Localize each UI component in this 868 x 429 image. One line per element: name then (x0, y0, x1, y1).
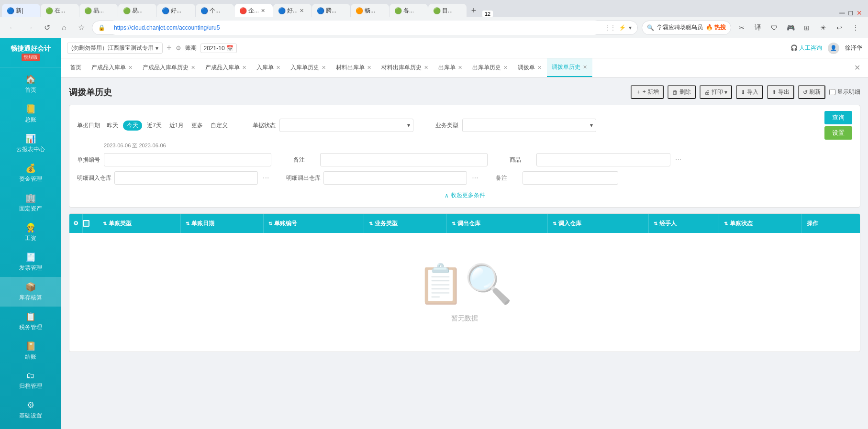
browser-tab-9[interactable]: 🔵 腾... (312, 4, 350, 17)
new-btn[interactable]: ＋ + 新增 (631, 85, 664, 99)
forward-btn[interactable]: → (23, 21, 36, 34)
th-bill-type[interactable]: ⇅ 单账类型 (98, 214, 181, 233)
page-tab-product-in2[interactable]: 产成品入库单 ✕ (200, 58, 252, 77)
maximize-btn[interactable]: □ (849, 9, 853, 17)
minimize-btn[interactable]: ─ (839, 9, 845, 17)
page-tab-transfer[interactable]: 调拨单 ✕ (513, 58, 547, 77)
close-btn[interactable]: ✕ (857, 9, 862, 17)
tab-close-stock-in[interactable]: ✕ (276, 65, 280, 71)
browser-tab-6[interactable]: 🔵 个... (196, 4, 234, 17)
tab-close-transfer[interactable]: ✕ (537, 65, 542, 71)
search-bar[interactable]: 🔍 学霸应聘场驱鸟员 🔥 热搜 (642, 21, 731, 35)
goods-more-icon[interactable]: ··· (675, 155, 681, 164)
tabs-close-all-btn[interactable]: ✕ (850, 63, 864, 72)
sidebar-item-invoice[interactable]: 🧾 发票管理 (0, 247, 61, 277)
import-btn[interactable]: ⬇ 导入 (736, 85, 763, 99)
browser-tab-5[interactable]: 🔵 好... (157, 4, 195, 17)
date-btn-yesterday[interactable]: 昨天 (104, 121, 121, 131)
dropdown-arrow[interactable]: ▾ (629, 24, 632, 31)
translate-icon[interactable]: 译 (751, 21, 765, 34)
goods-input[interactable] (536, 153, 670, 166)
delete-btn[interactable]: 🗑 删除 (668, 85, 696, 99)
browser-tab-1[interactable]: 🔵 新| (2, 4, 40, 17)
page-tab-stock-in-hist[interactable]: 入库单历史 ✕ (286, 58, 331, 77)
page-tab-product-in-hist[interactable]: 产成品入库单历史 ✕ (138, 58, 200, 77)
address-input[interactable] (108, 21, 601, 35)
grid-icon[interactable]: ⊞ (800, 21, 813, 34)
sidebar-item-ledger[interactable]: 📒 总账 (0, 99, 61, 129)
select-all-checkbox[interactable] (83, 220, 89, 227)
print-btn[interactable]: 🖨 打印 ▾ (700, 85, 732, 99)
date-btn-7days[interactable]: 近7天 (144, 121, 165, 131)
browser-tab-11[interactable]: 🟢 各... (389, 4, 428, 17)
tab-close-stock-in-hist[interactable]: ✕ (322, 65, 326, 71)
th-handler[interactable]: ⇅ 经手人 (649, 214, 719, 233)
in-warehouse-input[interactable] (114, 171, 258, 185)
page-tab-out-hist[interactable]: 出库单历史 ✕ (467, 58, 513, 77)
sidebar-item-tax[interactable]: 📋 税务管理 (0, 307, 61, 336)
sidebar-item-archive[interactable]: 🗂 归档管理 (0, 366, 61, 395)
reload-btn[interactable]: ↺ (40, 21, 54, 34)
shield-icon[interactable]: 🛡 (768, 21, 781, 34)
new-tab-button[interactable]: + (467, 4, 480, 17)
tab-close-material-out[interactable]: ✕ (367, 65, 371, 71)
browser-tab-2[interactable]: 🟢 在... (41, 4, 79, 17)
tab-close-product-in-hist[interactable]: ✕ (191, 65, 195, 71)
settings-cog-icon[interactable]: ⚙ (176, 44, 181, 52)
tab-close-material-out-hist[interactable]: ✕ (424, 65, 428, 71)
bill-no-input[interactable] (104, 153, 271, 166)
th-settings[interactable]: ⚙ (69, 214, 83, 233)
home-btn[interactable]: ⌂ (57, 21, 71, 34)
sidebar-item-assets[interactable]: 🏢 固定资产 (0, 188, 61, 218)
game-icon[interactable]: 🎮 (784, 21, 797, 34)
tab-close-out-hist[interactable]: ✕ (503, 65, 508, 71)
in-warehouse-more-icon[interactable]: ··· (263, 174, 269, 182)
export-btn[interactable]: ⬆ 导出 (767, 85, 794, 99)
company-selector[interactable]: (勿删勿禁用）江西服宝测试专用 ▾ (67, 43, 163, 54)
sidebar-item-funds[interactable]: 💰 资金管理 (0, 158, 61, 188)
show-cols-checkbox[interactable] (829, 89, 835, 95)
sidebar-item-reports[interactable]: 📊 云报表中心 (0, 129, 61, 158)
tab-close-out[interactable]: ✕ (458, 65, 462, 71)
browser-tab-12[interactable]: 🟢 目... (428, 4, 467, 17)
th-bill-status[interactable]: ⇅ 单账状态 (719, 214, 802, 233)
sidebar-item-payroll[interactable]: 👷 工资 (0, 218, 61, 247)
browser-tab-7[interactable]: 🔴 企... ✕ (234, 4, 273, 17)
tab-close-transfer-hist[interactable]: ✕ (583, 64, 587, 70)
type-select[interactable]: ▾ (462, 119, 596, 132)
page-tab-material-out[interactable]: 材料出库单 ✕ (331, 58, 377, 77)
th-out-warehouse[interactable]: ⇅ 调出仓库 (447, 214, 548, 233)
bookmark-btn[interactable]: ☆ (75, 21, 88, 34)
th-bill-date[interactable]: ⇅ 单账日期 (181, 214, 264, 233)
out-warehouse-more-icon[interactable]: ··· (472, 174, 478, 182)
remark-input[interactable] (320, 153, 488, 166)
page-tab-product-in[interactable]: 产成品入库单 ✕ (87, 58, 138, 77)
theme-icon[interactable]: ☀ (816, 21, 830, 34)
browser-tab-10[interactable]: 🟠 畅... (351, 4, 389, 17)
page-tab-out[interactable]: 出库单 ✕ (434, 58, 467, 77)
page-tab-home[interactable]: 首页 (65, 58, 87, 77)
collapse-btn[interactable]: ∧ 收起更多条件 (77, 189, 852, 201)
tab-close-8[interactable]: ✕ (300, 8, 304, 14)
date-btn-today[interactable]: 今天 (123, 121, 142, 131)
sidebar-item-inventory[interactable]: 📦 库存核算 (0, 277, 61, 307)
date-btn-custom[interactable]: 自定义 (208, 121, 231, 131)
browser-tab-4[interactable]: 🟢 易... (118, 4, 156, 17)
sidebar-item-home[interactable]: 🏠 首页 (0, 69, 61, 99)
query-btn[interactable]: 查询 (824, 111, 852, 124)
tab-close-7[interactable]: ✕ (261, 8, 265, 14)
cut-icon[interactable]: ✂ (735, 21, 748, 34)
sidebar-item-settings[interactable]: ⚙ 基础设置 (0, 395, 61, 425)
browser-tab-8[interactable]: 🔵 好... ✕ (273, 4, 312, 17)
back-btn[interactable]: ← (6, 21, 19, 34)
service-btn[interactable]: 🎧 人工咨询 (790, 44, 822, 52)
th-bill-no[interactable]: ⇅ 单账编号 (264, 214, 365, 233)
undo-icon[interactable]: ↩ (833, 21, 846, 34)
period-value[interactable]: 2021-10 📅 (200, 44, 237, 53)
refresh-btn[interactable]: ↺ 刷新 (798, 85, 825, 99)
date-btn-1month[interactable]: 近1月 (167, 121, 187, 131)
th-checkbox[interactable] (83, 220, 98, 227)
add-company-btn[interactable]: + (167, 43, 172, 53)
setting-btn[interactable]: 设置 (824, 126, 852, 140)
th-biz-type[interactable]: ⇅ 业务类型 (364, 214, 447, 233)
